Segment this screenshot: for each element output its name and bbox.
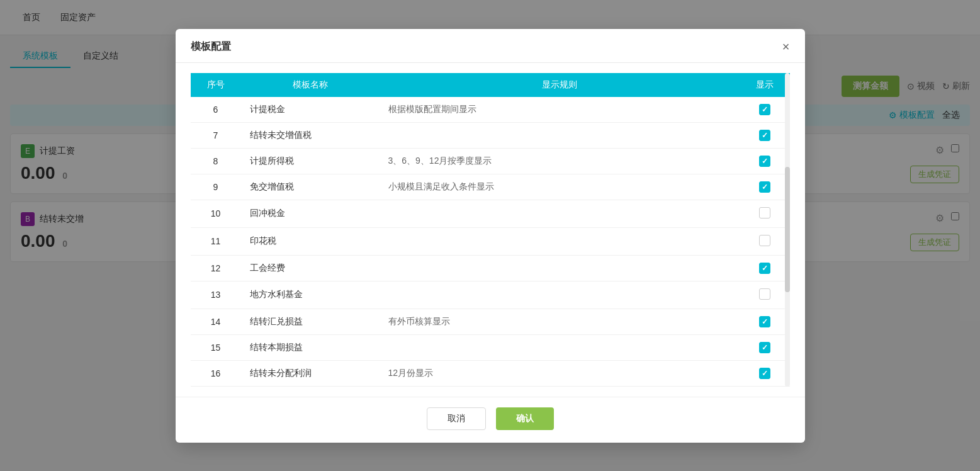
row-checkbox-8[interactable]: [759, 156, 770, 167]
cell-seq: 6: [191, 97, 241, 123]
cell-seq: 13: [191, 281, 241, 309]
cell-checkbox: [740, 200, 790, 227]
row-checkbox-6[interactable]: [759, 104, 770, 115]
scrollbar[interactable]: [785, 73, 790, 387]
modal-header: 模板配置 ×: [176, 29, 805, 63]
cell-rule: [380, 227, 740, 255]
col-seq: 序号: [191, 73, 241, 97]
modal-title: 模板配置: [191, 40, 231, 54]
cell-rule: [380, 255, 740, 281]
cell-checkbox: [740, 97, 790, 123]
modal-body: 序号 模板名称 显示规则 显示 6计提税金根据模版配置期间显示7结转未交增值税8…: [176, 63, 805, 397]
cell-rule: 12月份显示: [380, 360, 740, 386]
row-checkbox-10[interactable]: [759, 207, 770, 218]
cell-rule: 3、6、9、12月按季度显示: [380, 148, 740, 174]
cell-name: 地方水利基金: [241, 281, 380, 309]
col-rule: 显示规则: [380, 73, 740, 97]
cell-seq: 11: [191, 227, 241, 255]
modal-close-button[interactable]: ×: [782, 40, 790, 53]
cell-checkbox: [740, 148, 790, 174]
cell-checkbox: [740, 122, 790, 148]
template-config-modal: 模板配置 × 序号 模板名称 显示规则 显示 6计提税金根据模版配置期间显: [176, 29, 805, 443]
table-row: 15结转本期损益: [191, 334, 790, 360]
table-row: 16结转未分配利润12月份显示: [191, 360, 790, 386]
table-row: 9免交增值税小规模且满足收入条件显示: [191, 174, 790, 200]
cell-rule: [380, 281, 740, 309]
table-row: 11印花税: [191, 227, 790, 255]
row-checkbox-13[interactable]: [759, 288, 770, 300]
cell-checkbox: [740, 255, 790, 281]
cell-name: 结转本期损益: [241, 334, 380, 360]
table-scroll-container: 序号 模板名称 显示规则 显示 6计提税金根据模版配置期间显示7结转未交增值税8…: [191, 73, 790, 387]
cell-rule: 根据模版配置期间显示: [380, 97, 740, 123]
cell-rule: [380, 200, 740, 227]
cell-name: 免交增值税: [241, 174, 380, 200]
scroll-thumb[interactable]: [785, 167, 790, 292]
cell-name: 计提税金: [241, 97, 380, 123]
cell-name: 印花税: [241, 227, 380, 255]
confirm-button[interactable]: 确认: [496, 407, 554, 430]
table-row: 14结转汇兑损益有外币核算显示: [191, 309, 790, 334]
cancel-button[interactable]: 取消: [427, 407, 486, 430]
cell-checkbox: [740, 281, 790, 309]
col-display: 显示: [740, 73, 790, 97]
cell-rule: 小规模且满足收入条件显示: [380, 174, 740, 200]
row-checkbox-15[interactable]: [759, 342, 770, 353]
cell-seq: 7: [191, 122, 241, 148]
row-checkbox-16[interactable]: [759, 368, 770, 379]
cell-name: 结转汇兑损益: [241, 309, 380, 334]
cell-rule: [380, 122, 740, 148]
table-row: 13地方水利基金: [191, 281, 790, 309]
cell-name: 计提所得税: [241, 148, 380, 174]
cell-seq: 9: [191, 174, 241, 200]
cell-seq: 16: [191, 360, 241, 386]
cell-seq: 12: [191, 255, 241, 281]
cell-rule: 有外币核算显示: [380, 309, 740, 334]
table-row: 10回冲税金: [191, 200, 790, 227]
cell-seq: 15: [191, 334, 241, 360]
cell-seq: 10: [191, 200, 241, 227]
row-checkbox-9[interactable]: [759, 181, 770, 193]
config-table: 序号 模板名称 显示规则 显示 6计提税金根据模版配置期间显示7结转未交增值税8…: [191, 73, 790, 387]
cell-checkbox: [740, 227, 790, 255]
table-body: 6计提税金根据模版配置期间显示7结转未交增值税8计提所得税3、6、9、12月按季…: [191, 97, 790, 387]
cell-name: 结转未分配利润: [241, 360, 380, 386]
cell-name: 工会经费: [241, 255, 380, 281]
cell-seq: 8: [191, 148, 241, 174]
cell-rule: [380, 334, 740, 360]
cell-checkbox: [740, 360, 790, 386]
row-checkbox-12[interactable]: [759, 263, 770, 274]
cell-checkbox: [740, 309, 790, 334]
table-row: 6计提税金根据模版配置期间显示: [191, 97, 790, 123]
row-checkbox-7[interactable]: [759, 130, 770, 141]
table-row: 8计提所得税3、6、9、12月按季度显示: [191, 148, 790, 174]
row-checkbox-14[interactable]: [759, 316, 770, 327]
cell-checkbox: [740, 174, 790, 200]
cell-checkbox: [740, 334, 790, 360]
table-row: 7结转未交增值税: [191, 122, 790, 148]
modal-overlay: 模板配置 × 序号 模板名称 显示规则 显示 6计提税金根据模版配置期间显: [0, 0, 980, 471]
col-name: 模板名称: [241, 73, 380, 97]
table-header: 序号 模板名称 显示规则 显示: [191, 73, 790, 97]
table-row: 12工会经费: [191, 255, 790, 281]
cell-name: 回冲税金: [241, 200, 380, 227]
cell-seq: 14: [191, 309, 241, 334]
cell-name: 结转未交增值税: [241, 122, 380, 148]
modal-footer: 取消 确认: [176, 397, 805, 443]
row-checkbox-11[interactable]: [759, 235, 770, 246]
